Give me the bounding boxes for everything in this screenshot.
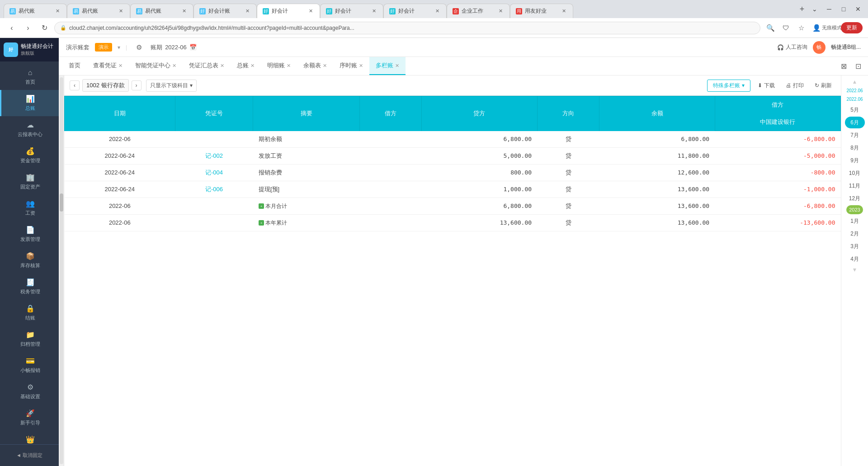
user-avatar[interactable]: 畅 [813, 41, 826, 54]
cal-month-4月[interactable]: 4月 [845, 253, 865, 265]
update-button[interactable]: 更新 [841, 22, 863, 33]
tab-expand-icon[interactable]: ⊡ [852, 60, 864, 72]
sub-accounts-toggle[interactable]: 只显示下级科目 ▾ [146, 80, 197, 92]
tab-close-btn[interactable]: ✕ [220, 63, 224, 69]
cal-month-11月[interactable]: 11月 [845, 180, 865, 192]
app-tab-detail-ledger[interactable]: 明细账 ✕ [261, 57, 297, 75]
tab-close-icon[interactable]: ✕ [434, 8, 441, 15]
tab-collapse-icon[interactable]: ⊠ [837, 60, 850, 72]
tab-close-icon[interactable]: ✕ [54, 8, 61, 15]
browser-tab-tab8[interactable]: 企 企业工作 ✕ [447, 4, 510, 18]
tab-close-btn[interactable]: ✕ [323, 63, 327, 69]
app-tab-seq-ledger[interactable]: 序时账 ✕ [333, 57, 369, 75]
sidebar-item-invoice-mgmt[interactable]: 📄 发票管理 [0, 221, 59, 247]
address-field[interactable]: 🔒 cloud2.chanjet.com/accounting/uh26t264… [54, 22, 760, 34]
sidebar-item-expense[interactable]: 💳 小畅报销 [0, 352, 59, 378]
sidebar-item-settings[interactable]: ⚙ 基础设置 [0, 378, 59, 405]
app-tab-smart-voucher[interactable]: 智能凭证中心 ✕ [129, 57, 183, 75]
cell-voucher[interactable]: 记-002 [175, 147, 253, 164]
cal-month-12月[interactable]: 12月 [845, 193, 865, 204]
app-tab-multi-col-ledger[interactable]: 多栏账 ✕ [369, 57, 406, 75]
print-btn[interactable]: 🖨 打印 [782, 80, 807, 91]
voucher-link[interactable]: 记-002 [205, 152, 223, 159]
sidebar-item-cloud-report[interactable]: ☁ 云报表中心 [0, 116, 59, 142]
tab-close-btn[interactable]: ✕ [359, 63, 363, 69]
tab-close-icon[interactable]: ✕ [244, 8, 251, 15]
sidebar-item-closing[interactable]: 🔒 结账 [0, 300, 59, 326]
sidebar-item-fixed-assets[interactable]: 🏢 固定资产 [0, 169, 59, 195]
cell-voucher[interactable]: 记-004 [175, 164, 253, 181]
consultant-btn[interactable]: 🎧 人工咨询 [777, 43, 807, 51]
maximize-btn[interactable]: □ [837, 3, 850, 15]
cal-month-10月[interactable]: 10月 [845, 167, 865, 179]
sidebar-item-tax-mgmt[interactable]: 🧾 税务管理 [0, 273, 59, 300]
user-name[interactable]: 畅捷通B组... [831, 43, 861, 51]
tab-close-icon[interactable]: ✕ [560, 8, 567, 15]
tab-close-icon[interactable]: ✕ [180, 8, 188, 15]
voucher-link[interactable]: 记-006 [205, 186, 223, 193]
app-tab-general-ledger[interactable]: 总账 ✕ [231, 57, 261, 75]
pin-toggle-btn[interactable]: ◄ 取消固定 [3, 449, 56, 461]
left-scrollbar[interactable] [59, 75, 64, 466]
reload-btn[interactable]: ↻ [38, 22, 51, 34]
tab-add-btn[interactable]: + [796, 3, 808, 15]
multi-col-btn[interactable]: 特殊多栏账 ▾ [707, 80, 750, 92]
sidebar-item-home[interactable]: ⌂ 首页 [0, 64, 59, 90]
next-account-btn[interactable]: › [132, 80, 142, 90]
tab-list-btn[interactable]: ⌄ [808, 3, 821, 15]
sidebar-item-payroll[interactable]: 👥 工资 [0, 195, 59, 221]
star-icon[interactable]: ☆ [795, 22, 807, 34]
browser-tab-tab1[interactable]: 易 易代账 ✕ [4, 4, 67, 18]
browser-tab-tab2[interactable]: 易 易代账 ✕ [67, 4, 130, 18]
search-icon[interactable]: 🔍 [764, 22, 777, 34]
sidebar-item-fund-mgmt[interactable]: 💰 资金管理 [0, 142, 59, 169]
tab-close-btn[interactable]: ✕ [172, 63, 176, 69]
browser-tab-tab3[interactable]: 易 易代账 ✕ [130, 4, 193, 18]
sidebar-item-general-ledger[interactable]: 📊 总账 [0, 90, 59, 116]
close-btn[interactable]: ✕ [852, 3, 864, 15]
cal-month-2月[interactable]: 2月 [845, 228, 865, 240]
tab-close-icon[interactable]: ✕ [497, 8, 504, 15]
tab-close-icon[interactable]: ✕ [307, 8, 314, 15]
cal-month-7月[interactable]: 7月 [845, 129, 865, 141]
tab-close-btn[interactable]: ✕ [118, 63, 123, 69]
cell-voucher[interactable]: 记-006 [175, 181, 253, 198]
cal-scroll-up-btn[interactable]: ▲ [845, 77, 865, 86]
app-tab-balance-table[interactable]: 余额表 ✕ [297, 57, 333, 75]
calendar-icon[interactable]: 📅 [189, 44, 197, 51]
profile-icon[interactable]: 👤 [810, 22, 823, 34]
cal-month-8月[interactable]: 8月 [845, 142, 865, 154]
demo-badge[interactable]: 演示 [95, 43, 112, 52]
tab-close-btn[interactable]: ✕ [287, 63, 291, 69]
browser-tab-tab6[interactable]: 好 好会计 ✕ [320, 4, 383, 18]
prev-account-btn[interactable]: ‹ [70, 80, 80, 90]
settings-icon-btn[interactable]: ⚙ [132, 41, 145, 54]
tab-close-btn[interactable]: ✕ [250, 63, 255, 69]
cal-month-5月[interactable]: 5月 [845, 104, 865, 116]
sidebar-item-membership[interactable]: 👑 畅会员 [0, 431, 59, 444]
sidebar-item-archive[interactable]: 📁 归档管理 [0, 326, 59, 352]
wuhen-btn[interactable]: 无痕模式 [826, 22, 838, 34]
browser-tab-tab9[interactable]: 用 用友好业 ✕ [510, 4, 573, 18]
browser-tab-tab5[interactable]: 好 好会计 ✕ [257, 4, 320, 18]
dropdown-arrow-icon[interactable]: ▾ [118, 44, 120, 51]
app-tab-voucher-view[interactable]: 查看凭证 ✕ [87, 57, 129, 75]
tab-close-btn[interactable]: ✕ [395, 63, 399, 69]
cal-month-6月[interactable]: 6月 [845, 117, 865, 128]
tab-close-icon[interactable]: ✕ [117, 8, 124, 15]
cal-month-9月[interactable]: 9月 [845, 155, 865, 166]
forward-btn[interactable]: › [22, 22, 34, 34]
refresh-btn[interactable]: ↻ 刷新 [811, 80, 835, 91]
browser-tab-tab4[interactable]: 好 好会计账 ✕ [193, 4, 257, 18]
sidebar-item-guide[interactable]: 🚀 新手引导 [0, 405, 59, 431]
cal-scroll-down-btn[interactable]: ▼ [845, 265, 865, 274]
shield-icon[interactable]: 🛡 [779, 22, 792, 34]
app-tab-home[interactable]: 首页 [62, 57, 87, 75]
download-btn[interactable]: ⬇ 下载 [754, 80, 778, 91]
cal-month-1月[interactable]: 1月 [845, 215, 865, 227]
tab-close-icon[interactable]: ✕ [370, 8, 377, 15]
voucher-link[interactable]: 记-004 [205, 169, 223, 176]
sidebar-item-inventory[interactable]: 📦 库存核算 [0, 247, 59, 273]
cal-month-3月[interactable]: 3月 [845, 240, 865, 252]
minimize-btn[interactable]: ─ [823, 3, 835, 15]
